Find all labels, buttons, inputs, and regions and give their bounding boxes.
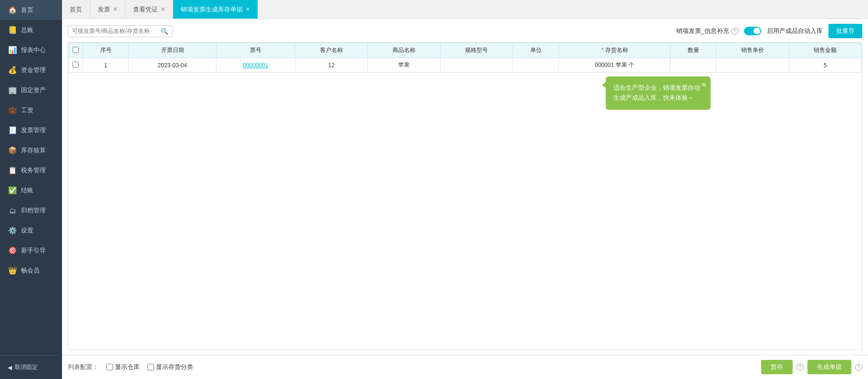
search-icon: 🔍 [161, 28, 168, 35]
header-customer: 客户名称 [295, 43, 367, 58]
sidebar: 🏠 首页 📒 总账 📊 报表中心 💰 资金管理 🏢 固定资产 💼 工资 🧾 发票… [0, 0, 62, 379]
archive-icon: 🗂 [8, 207, 17, 215]
tab-invoice[interactable]: 发票 ✕ [90, 0, 125, 19]
row-number: 00000001 [216, 58, 295, 73]
generate-button[interactable]: 生成单据 [807, 360, 851, 374]
show-warehouse-label[interactable]: 显示仓库 [106, 363, 140, 371]
main-panel: 首页 发票 ✕ 查看凭证 ✕ 销项发票生成库存单据 ✕ 🔍 销项发票_信息补充 … [62, 0, 868, 379]
toolbar-right: 销项发票_信息补充 ? 启用产成品自动入库 批量导 [676, 24, 862, 38]
header-unit-price: 销售单价 [716, 43, 789, 58]
save-button[interactable]: 暂存 [761, 360, 793, 374]
table-header: 序号 开票日期 票号 客户名称 商品名称 规格型号 单位 存货名称 数量 销售单… [69, 43, 862, 58]
sidebar-item-settlement[interactable]: ✅ 结账 [0, 180, 62, 200]
header-date: 开票日期 [129, 43, 217, 58]
sidebar-item-fund-management[interactable]: 💰 资金管理 [0, 60, 62, 80]
settlement-icon: ✅ [8, 186, 17, 195]
table-row: 1 2023-03-04 00000001 12 苹果 000001 苹果 个 … [69, 58, 862, 73]
tooltip-close-button[interactable]: ✕ [701, 79, 707, 90]
sidebar-item-salary[interactable]: 💼 工资 [0, 100, 62, 120]
row-unit-price [716, 58, 789, 73]
sidebar-item-member[interactable]: 👑 畅会员 [0, 261, 62, 281]
close-invoice-tab[interactable]: ✕ [113, 6, 117, 12]
save-info-icon[interactable]: ? [796, 364, 804, 371]
sidebar-item-invoice-management[interactable]: 🧾 发票管理 [0, 120, 62, 140]
settings-icon: ⚙️ [8, 226, 17, 235]
sidebar-item-tax-management[interactable]: 📋 税务管理 [0, 160, 62, 180]
auto-warehouse-toggle[interactable] [744, 27, 761, 35]
report-icon: 📊 [8, 46, 17, 54]
row-inventory: 000001 苹果 个 [559, 58, 671, 73]
tax-icon: 📋 [8, 166, 17, 175]
sidebar-item-settings[interactable]: ⚙️ 设置 [0, 221, 62, 241]
assets-icon: 🏢 [8, 86, 17, 95]
bottom-bar-actions: 暂存 ? 生成单据 ? [761, 360, 862, 374]
header-unit: 单位 [513, 43, 559, 58]
ledger-icon: 📒 [8, 26, 17, 34]
header-model: 规格型号 [440, 43, 513, 58]
tab-home[interactable]: 首页 [62, 0, 90, 19]
sidebar-item-archive-management[interactable]: 🗂 归档管理 [0, 200, 62, 221]
show-warehouse-checkbox[interactable] [106, 364, 113, 370]
batch-button[interactable]: 批量导 [828, 24, 862, 38]
inventory-icon: 📦 [8, 146, 17, 155]
info-label: 销项发票_信息补充 ? [676, 27, 738, 35]
invoice-icon: 🧾 [8, 126, 17, 135]
generate-info-icon[interactable]: ? [855, 364, 862, 371]
sidebar-item-report-center[interactable]: 📊 报表中心 [0, 40, 62, 60]
header-number: 票号 [216, 43, 295, 58]
header-product-name: 商品名称 [368, 43, 440, 58]
header-amount: 销售金额 [789, 43, 861, 58]
row-checkbox-cell [69, 58, 83, 73]
member-icon: 👑 [8, 266, 17, 275]
pin-button[interactable]: ◀ 取消固定 [0, 359, 62, 375]
close-generate-inventory-tab[interactable]: ✕ [246, 6, 250, 12]
header-seq: 序号 [83, 43, 129, 58]
select-all-checkbox[interactable] [72, 47, 79, 53]
table-body: 1 2023-03-04 00000001 12 苹果 000001 苹果 个 … [69, 58, 862, 73]
toolbar: 🔍 销项发票_信息补充 ? 启用产成品自动入库 批量导 [68, 24, 862, 38]
pin-icon: ◀ [8, 364, 12, 371]
home-icon: 🏠 [8, 6, 17, 14]
search-input[interactable] [72, 28, 161, 34]
header-checkbox-cell [69, 43, 83, 58]
sidebar-item-home[interactable]: 🏠 首页 [0, 0, 62, 20]
header-inventory: 存货名称 [559, 43, 671, 58]
tab-bar: 首页 发票 ✕ 查看凭证 ✕ 销项发票生成库存单据 ✕ [62, 0, 868, 19]
main-table: 序号 开票日期 票号 客户名称 商品名称 规格型号 单位 存货名称 数量 销售单… [68, 42, 862, 73]
sidebar-item-inventory[interactable]: 📦 库存核算 [0, 140, 62, 160]
row-date: 2023-03-04 [129, 58, 217, 73]
list-config-label: 列表配置： [68, 363, 99, 371]
row-model [440, 58, 513, 73]
tab-generate-inventory[interactable]: 销项发票生成库存单据 ✕ [173, 0, 258, 19]
invoice-number-link[interactable]: 00000001 [243, 62, 268, 69]
row-customer: 12 [295, 58, 367, 73]
table-wrapper: 序号 开票日期 票号 客户名称 商品名称 规格型号 单位 存货名称 数量 销售单… [68, 42, 862, 350]
salary-icon: 💼 [8, 106, 17, 115]
info-icon[interactable]: ? [731, 28, 738, 35]
show-inventory-category-checkbox[interactable] [147, 364, 154, 370]
tab-view-voucher[interactable]: 查看凭证 ✕ [125, 0, 173, 19]
toggle-label: 启用产成品自动入库 [767, 27, 823, 35]
fund-icon: 💰 [8, 66, 17, 74]
guide-icon: 🎯 [8, 246, 17, 255]
row-product-name: 苹果 [368, 58, 440, 73]
sidebar-item-general-ledger[interactable]: 📒 总账 [0, 20, 62, 40]
search-box[interactable]: 🔍 [68, 25, 173, 37]
sidebar-bottom: ◀ 取消固定 [0, 355, 62, 379]
show-inventory-category-label[interactable]: 显示存货分类 [147, 363, 193, 371]
row-quantity [671, 58, 716, 73]
sidebar-item-fixed-assets[interactable]: 🏢 固定资产 [0, 80, 62, 100]
sidebar-item-guide[interactable]: 🎯 新手引导 [0, 241, 62, 261]
content-area: 🔍 销项发票_信息补充 ? 启用产成品自动入库 批量导 [62, 19, 868, 355]
row-unit [513, 58, 559, 73]
header-quantity: 数量 [671, 43, 716, 58]
row-seq: 1 [83, 58, 129, 73]
tooltip-popup: ✕ 适合生产型企业，销项发票自动生成产成品入库，快来体验～ [606, 76, 711, 110]
row-checkbox[interactable] [72, 62, 79, 68]
row-amount: 5 [789, 58, 861, 73]
close-view-voucher-tab[interactable]: ✕ [161, 6, 165, 12]
bottom-bar: 列表配置： 显示仓库 显示存货分类 暂存 ? 生成单据 ? [62, 355, 868, 379]
